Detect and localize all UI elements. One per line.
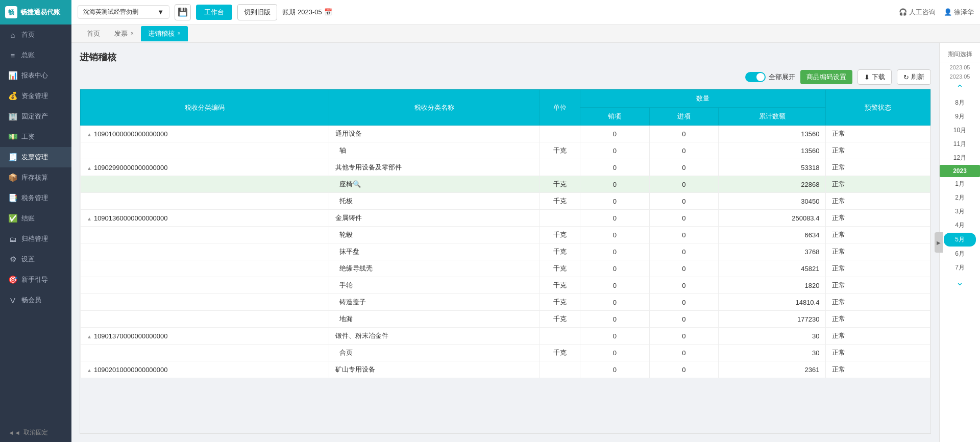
month-item[interactable]: 7月 bbox=[940, 261, 980, 275]
save-button[interactable]: 💾 bbox=[175, 4, 191, 20]
tab-invoice-close[interactable]: × bbox=[131, 31, 134, 36]
tabs-bar: 首页 发票 × 进销稽核 × bbox=[71, 24, 980, 43]
sidebar-item-salary[interactable]: 💵 工资 bbox=[0, 127, 71, 147]
row-code: ▲10902990000000000000 bbox=[81, 159, 329, 176]
calendar-icon[interactable]: 📅 bbox=[324, 8, 332, 16]
sidebar-item-assets[interactable]: 🏢 固定资产 bbox=[0, 106, 71, 127]
expand-all-toggle[interactable]: 全部展开 bbox=[745, 72, 795, 82]
expand-icon[interactable]: ▲ bbox=[87, 367, 92, 373]
table-row[interactable]: 绝缘导线壳 千克 0 0 45821 正常 bbox=[81, 260, 930, 277]
toolbar: 全部展开 商品编码设置 ⬇ 下载 ↻ 刷新 bbox=[80, 69, 931, 85]
row-status: 正常 bbox=[826, 142, 930, 159]
row-sale: 0 bbox=[580, 328, 649, 345]
month-item[interactable]: 8月 bbox=[940, 96, 980, 110]
home-icon: ⌂ bbox=[8, 31, 17, 39]
expand-icon[interactable]: ▲ bbox=[87, 132, 92, 137]
row-unit: 千克 bbox=[540, 243, 580, 260]
tab-invoice[interactable]: 发票 × bbox=[107, 26, 141, 41]
row-name: 地漏 bbox=[329, 311, 540, 328]
sidebar-item-guide[interactable]: 🎯 新手引导 bbox=[0, 269, 71, 290]
row-name: 铸造盖子 bbox=[329, 294, 540, 311]
sidebar-item-checkout[interactable]: ✅ 结账 bbox=[0, 208, 71, 229]
old-version-button[interactable]: 切到旧版 bbox=[237, 4, 277, 20]
row-code bbox=[81, 294, 329, 311]
month-item[interactable]: 3月 bbox=[940, 205, 980, 218]
table-row[interactable]: ▲10901360000000000000 金属铸件 0 0 250083.4 … bbox=[81, 210, 930, 227]
table-row[interactable]: 托板 千克 0 0 30450 正常 bbox=[81, 193, 930, 210]
tab-home[interactable]: 首页 bbox=[80, 26, 107, 41]
sidebar-item-inventory[interactable]: 📦 库存核算 bbox=[0, 167, 71, 188]
month-item[interactable]: 12月 bbox=[940, 151, 980, 165]
month-item[interactable]: 2月 bbox=[940, 191, 980, 205]
tab-reconcile[interactable]: 进销稽核 × bbox=[141, 26, 188, 41]
table-row[interactable]: 手轮 千克 0 0 1820 正常 bbox=[81, 277, 930, 294]
row-total: 30 bbox=[719, 328, 826, 345]
sidebar-item-tax[interactable]: 📑 税务管理 bbox=[0, 188, 71, 208]
workbench-button[interactable]: 工作台 bbox=[196, 5, 232, 20]
search-icon[interactable]: 🔍 bbox=[353, 180, 361, 188]
assets-icon: 🏢 bbox=[8, 112, 17, 121]
sidebar-item-settings[interactable]: ⚙ 设置 bbox=[0, 249, 71, 269]
sidebar-item-vip[interactable]: V 畅会员 bbox=[0, 290, 71, 310]
table-row[interactable]: ▲10901000000000000000 通用设备 0 0 13560 正常 bbox=[81, 126, 930, 142]
col-quantity-group: 数量 bbox=[580, 90, 826, 108]
topbar: 沈海英测试经营勿删 ▼ 💾 工作台 切到旧版 账期 2023-05 📅 🎧 人工… bbox=[71, 0, 980, 24]
row-status: 正常 bbox=[826, 193, 930, 210]
company-selector[interactable]: 沈海英测试经营勿删 ▼ bbox=[78, 5, 169, 19]
col-tax-name: 税收分类名称 bbox=[329, 90, 540, 126]
col-total: 累计数额 bbox=[719, 108, 826, 126]
month-item[interactable]: 2023 bbox=[940, 165, 980, 177]
download-btn[interactable]: ⬇ 下载 bbox=[857, 69, 892, 85]
sidebar-item-ledger[interactable]: ≡ 总账 bbox=[0, 45, 71, 65]
month-item[interactable]: 5月 bbox=[944, 233, 976, 247]
scroll-down-btn[interactable]: ⌄ bbox=[954, 275, 966, 290]
table-row[interactable]: 铸造盖子 千克 0 0 14810.4 正常 bbox=[81, 294, 930, 311]
month-item[interactable]: 1月 bbox=[940, 177, 980, 191]
table-row[interactable]: ▲10902010000000000000 矿山专用设备 0 0 2361 正常 bbox=[81, 361, 930, 378]
table-row[interactable]: 轴 千克 0 0 13560 正常 bbox=[81, 142, 930, 159]
month-item[interactable]: 9月 bbox=[940, 110, 980, 124]
table-row[interactable]: 合页 千克 0 0 30 正常 bbox=[81, 345, 930, 361]
table-row[interactable]: 座椅🔍 千克 0 0 22868 正常 bbox=[81, 176, 930, 193]
user-menu[interactable]: 👤 徐泽华 bbox=[944, 8, 974, 17]
row-status: 正常 bbox=[826, 227, 930, 243]
expand-icon[interactable]: ▲ bbox=[87, 216, 92, 222]
table-row[interactable]: 抹平盘 千克 0 0 3768 正常 bbox=[81, 243, 930, 260]
cancel-fixed-btn[interactable]: ◄◄ 取消固定 bbox=[0, 423, 71, 442]
row-purchase: 0 bbox=[649, 159, 718, 176]
service-btn[interactable]: 🎧 人工咨询 bbox=[899, 8, 936, 17]
expand-icon[interactable]: ▲ bbox=[87, 165, 92, 171]
month-item[interactable]: 11月 bbox=[940, 137, 980, 151]
row-purchase: 0 bbox=[649, 193, 718, 210]
tab-reconcile-close[interactable]: × bbox=[178, 31, 181, 36]
row-unit bbox=[540, 328, 580, 345]
month-item[interactable]: 4月 bbox=[940, 218, 980, 232]
row-name: 抹平盘 bbox=[329, 243, 540, 260]
year-label-top: 2023.05 bbox=[950, 62, 970, 72]
months-list: 8月9月10月11月12月20231月2月3月4月5月6月7月 bbox=[940, 96, 980, 275]
scroll-up-btn[interactable]: ⌃ bbox=[954, 81, 966, 96]
refresh-btn[interactable]: ↻ 刷新 bbox=[897, 69, 931, 85]
period-label: 账期 2023-05 📅 bbox=[282, 8, 332, 17]
row-total: 3768 bbox=[719, 243, 826, 260]
sidebar-item-label: 新手引导 bbox=[21, 275, 48, 284]
product-code-btn[interactable]: 商品编码设置 bbox=[800, 70, 852, 84]
sidebar-item-invoice[interactable]: 🧾 发票管理 bbox=[0, 147, 71, 167]
month-item[interactable]: 10月 bbox=[940, 124, 980, 137]
row-sale: 0 bbox=[580, 277, 649, 294]
sidebar-item-funds[interactable]: 💰 资金管理 bbox=[0, 86, 71, 106]
row-sale: 0 bbox=[580, 159, 649, 176]
sidebar-item-archive[interactable]: 🗂 归档管理 bbox=[0, 229, 71, 249]
toggle-switch[interactable] bbox=[745, 72, 766, 82]
table-row[interactable]: ▲10901370000000000000 锻件、粉末冶金件 0 0 30 正常 bbox=[81, 328, 930, 345]
row-name: 绝缘导线壳 bbox=[329, 260, 540, 277]
month-item[interactable]: 6月 bbox=[940, 247, 980, 261]
sidebar-item-reports[interactable]: 📊 报表中心 bbox=[0, 65, 71, 86]
table-row[interactable]: 轮毂 千克 0 0 6634 正常 bbox=[81, 227, 930, 243]
panel-collapse-btn[interactable]: ▶ bbox=[935, 232, 943, 253]
sidebar-item-label: 资金管理 bbox=[21, 91, 48, 101]
sidebar-item-home[interactable]: ⌂ 首页 bbox=[0, 24, 71, 45]
table-row[interactable]: 地漏 千克 0 0 177230 正常 bbox=[81, 311, 930, 328]
expand-icon[interactable]: ▲ bbox=[87, 334, 92, 339]
table-row[interactable]: ▲10902990000000000000 其他专用设备及零部件 0 0 533… bbox=[81, 159, 930, 176]
